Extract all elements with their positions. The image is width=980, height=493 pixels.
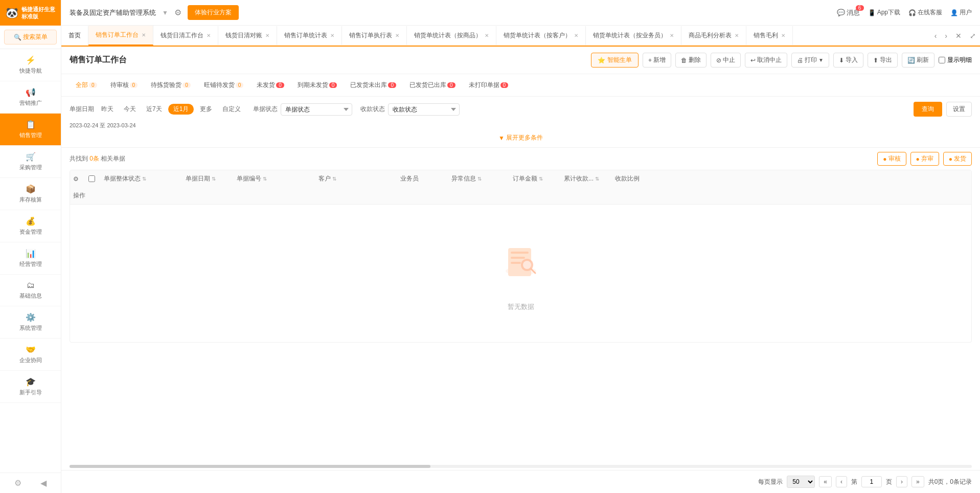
message-button[interactable]: 💬 消息 6 xyxy=(837,8,860,17)
finance-icon: 💰 xyxy=(26,216,36,226)
sidebar-item-quicknav[interactable]: ⚡ 快捷导航 xyxy=(0,49,61,81)
payment-select[interactable]: 收款状态 xyxy=(388,103,460,116)
date-custom-button[interactable]: 自定义 xyxy=(218,104,245,115)
tab-sales-stats[interactable]: 销售订单统计表 ✕ xyxy=(277,26,342,45)
sidebar-item-inventory[interactable]: 📦 库存核算 xyxy=(0,178,61,210)
sidebar-item-basic[interactable]: 🗂 基础信息 xyxy=(0,275,61,306)
sidebar-settings-button[interactable]: ⚙ xyxy=(14,478,21,488)
tab-close-cash-reconcile[interactable]: ✕ xyxy=(265,33,269,38)
sort-amount-icon[interactable]: ⇅ xyxy=(539,176,543,182)
sidebar-item-enterprise[interactable]: 🤝 企业协同 xyxy=(0,339,61,371)
stop-button[interactable]: ⊘ 中止 xyxy=(711,53,741,68)
tab-sales-workbench[interactable]: 销售订单工作台 ✕ xyxy=(88,26,153,46)
expand-filters-button[interactable]: ▼ 展开更多条件 xyxy=(498,133,543,142)
sort-customer-icon[interactable]: ⇅ xyxy=(332,176,336,182)
tab-close-sales-gross[interactable]: ✕ xyxy=(781,33,785,38)
batch-review-button[interactable]: ● 审核 xyxy=(877,152,906,166)
sidebar-item-operations[interactable]: 📊 经营管理 xyxy=(0,242,61,275)
sidebar-collapse-button[interactable]: ◀ xyxy=(40,478,47,488)
tab-close-cash-daily[interactable]: ✕ xyxy=(207,33,211,38)
subtab-shipped-out[interactable]: 已发货已出库0 xyxy=(403,78,462,92)
tab-close-sales-summary-customer[interactable]: ✕ xyxy=(574,33,578,38)
operations-icon: 📊 xyxy=(26,249,36,258)
next-page-button[interactable]: › xyxy=(896,476,907,487)
batch-uncheck-button[interactable]: ● 弃审 xyxy=(910,152,939,166)
tab-close-sales-workbench[interactable]: ✕ xyxy=(142,32,146,38)
settings-button[interactable]: 设置 xyxy=(946,102,972,117)
first-page-button[interactable]: « xyxy=(819,476,832,487)
tab-sales-summary-product[interactable]: 销货单统计表（按商品） ✕ xyxy=(407,26,496,45)
tab-cash-reconcile[interactable]: 钱货日清对账 ✕ xyxy=(218,26,277,45)
status-select[interactable]: 单据状态 xyxy=(281,103,352,116)
tab-cash-daily[interactable]: 钱货日清工作台 ✕ xyxy=(153,26,218,45)
sidebar-item-guide[interactable]: 🎓 新手引导 xyxy=(0,371,61,403)
tab-maximize-button[interactable]: ⤢ xyxy=(966,27,980,45)
tab-sales-summary-customer[interactable]: 销货单统计表（按客户） ✕ xyxy=(496,26,586,45)
date-yesterday-button[interactable]: 昨天 xyxy=(97,104,118,115)
subtab-pending-check[interactable]: 待拣货验货0 xyxy=(145,78,197,92)
cancel-stop-button[interactable]: ↩ 取消中止 xyxy=(745,53,787,68)
tab-close-all-button[interactable]: ✕ xyxy=(951,27,966,45)
prev-page-button[interactable]: ‹ xyxy=(836,476,847,487)
export-button[interactable]: ⬆ 导出 xyxy=(868,53,898,68)
user-menu-button[interactable]: 👤 用户 xyxy=(950,8,972,17)
search-menu-button[interactable]: 🔍 搜索菜单 xyxy=(4,30,57,44)
tab-sales-gross[interactable]: 销售毛利 ✕ xyxy=(746,26,793,45)
sort-status-icon[interactable]: ⇅ xyxy=(142,176,146,182)
subtab-all[interactable]: 全部0 xyxy=(70,78,103,92)
select-all-checkbox[interactable] xyxy=(88,175,95,182)
sort-exception-icon[interactable]: ⇅ xyxy=(477,176,482,182)
tab-scroll-right-button[interactable]: › xyxy=(941,27,951,45)
sidebar-item-finance[interactable]: 💰 资金管理 xyxy=(0,210,61,242)
last-page-button[interactable]: » xyxy=(911,476,924,487)
tab-home[interactable]: 首页 xyxy=(61,26,88,45)
tab-close-sales-stats[interactable]: ✕ xyxy=(330,33,334,38)
tab-close-sales-summary-product[interactable]: ✕ xyxy=(485,33,489,38)
import-button[interactable]: ⬇ 导入 xyxy=(833,53,863,68)
app-download-button[interactable]: 📱 App下载 xyxy=(868,8,900,17)
print-button[interactable]: 🖨 打印 ▼ xyxy=(791,53,829,68)
sidebar-item-system[interactable]: ⚙️ 系统管理 xyxy=(0,306,61,339)
tab-close-gross-margin[interactable]: ✕ xyxy=(735,33,739,38)
tab-close-sales-summary-staff[interactable]: ✕ xyxy=(670,33,674,38)
tab-gross-margin[interactable]: 商品毛利分析表 ✕ xyxy=(681,26,746,45)
tab-close-sales-exec[interactable]: ✕ xyxy=(395,33,399,38)
horizontal-scrollbar[interactable] xyxy=(61,463,980,470)
industry-solution-button[interactable]: 体验行业方案 xyxy=(188,5,239,20)
sort-number-icon[interactable]: ⇅ xyxy=(263,176,267,182)
subtab-shipped-not-out[interactable]: 已发货未出库0 xyxy=(344,78,402,92)
sort-date-icon[interactable]: ⇅ xyxy=(212,176,216,182)
topbar-settings-icon[interactable]: ⚙ xyxy=(174,8,181,17)
th-settings[interactable]: ⚙ xyxy=(70,170,85,187)
page-actions: ⭐ 智能生单 + 新增 🗑 删除 ⊘ 中止 xyxy=(591,53,972,68)
sidebar-item-purchase[interactable]: 🛒 采购管理 xyxy=(0,146,61,178)
sort-collected-icon[interactable]: ⇅ xyxy=(595,176,599,182)
date-7days-button[interactable]: 近7天 xyxy=(142,104,166,115)
refresh-button[interactable]: 🔄 刷新 xyxy=(902,53,935,68)
query-button[interactable]: 查询 xyxy=(914,102,942,117)
current-page-input[interactable] xyxy=(861,476,882,487)
subtab-wangpu[interactable]: 旺铺待发货0 xyxy=(198,78,250,92)
show-detail-checkbox[interactable]: 显示明细 xyxy=(939,56,972,64)
tab-sales-exec[interactable]: 销售订单执行表 ✕ xyxy=(342,26,407,45)
scrollbar-thumb[interactable] xyxy=(70,465,430,468)
smart-create-button[interactable]: ⭐ 智能生单 xyxy=(591,53,639,68)
sidebar-item-marketing[interactable]: 📢 营销推广 xyxy=(0,81,61,114)
tab-scroll-left-button[interactable]: ‹ xyxy=(930,27,941,45)
subtab-not-shipped[interactable]: 未发货0 xyxy=(250,78,290,92)
page-size-select[interactable]: 50 10 20 100 xyxy=(787,476,815,488)
subtab-unprinted[interactable]: 未打印单据0 xyxy=(463,78,515,92)
online-service-button[interactable]: 🎧 在线客服 xyxy=(908,8,942,17)
show-detail-input[interactable] xyxy=(939,57,945,63)
sidebar-item-sales[interactable]: 📋 销售管理 xyxy=(0,114,61,146)
date-1month-button[interactable]: 近1月 xyxy=(168,104,194,115)
add-button[interactable]: + 新增 xyxy=(643,53,671,68)
th-checkbox[interactable] xyxy=(85,170,101,187)
subtab-overdue-unshipped[interactable]: 到期未发货0 xyxy=(291,78,344,92)
tab-sales-summary-staff[interactable]: 销货单统计表（按业务员） ✕ xyxy=(586,26,681,45)
date-today-button[interactable]: 今天 xyxy=(120,104,140,115)
batch-ship-button[interactable]: ● 发货 xyxy=(943,152,972,166)
delete-button[interactable]: 🗑 删除 xyxy=(675,53,706,68)
date-more-button[interactable]: 更多 xyxy=(196,104,216,115)
subtab-pending-review[interactable]: 待审核0 xyxy=(104,78,144,92)
